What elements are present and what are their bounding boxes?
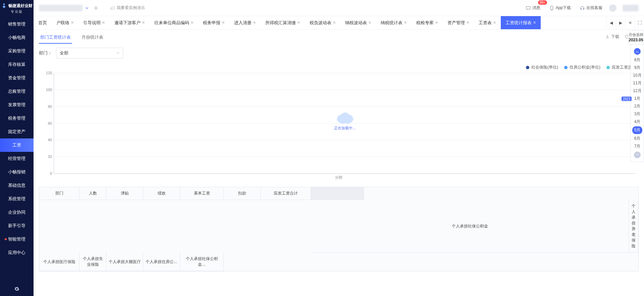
sidebar: 畅捷通好业财 专业版 销售管理小畅电商采购管理库存核算资金管理总账管理发票管理税…	[0, 0, 34, 296]
sidebar-item[interactable]: 税务管理	[0, 112, 34, 125]
tab-label: 邀请下游客户	[114, 20, 141, 26]
sidebar-item-label: 工资	[12, 142, 21, 148]
month-item[interactable]: 5月	[632, 126, 642, 134]
tab-close-icon[interactable]: ✕	[142, 20, 145, 25]
tab[interactable]: 工资统计报表✕	[501, 16, 541, 29]
loading-text: 正在加载中...	[334, 126, 356, 131]
month-item[interactable]: 10月	[631, 72, 644, 79]
org-chevron-down-icon[interactable]	[85, 6, 89, 10]
tab[interactable]: 工资表✕	[474, 16, 501, 29]
month-scroll-up[interactable]: ︽	[634, 48, 641, 55]
y-tick: 40	[41, 138, 52, 142]
tabs-prev-button[interactable]: ◀	[606, 16, 616, 30]
tab-close-icon[interactable]: ✕	[404, 20, 407, 25]
tab-close-icon[interactable]: ✕	[253, 20, 256, 25]
month-item[interactable]: 4月	[631, 118, 644, 126]
fullscreen-button[interactable]: ⛶	[635, 16, 644, 30]
sidebar-item[interactable]: 库存核算	[0, 58, 34, 71]
tabs-next-button[interactable]: ▶	[616, 16, 625, 30]
tab[interactable]: 纳税波动表✕	[340, 16, 376, 29]
app-download-label: App下载	[556, 5, 571, 11]
app-download-button[interactable]: App下载	[547, 4, 573, 12]
legend-swatch	[526, 66, 529, 69]
sidebar-item[interactable]: 资金管理	[0, 71, 34, 85]
tab-close-icon[interactable]: ✕	[191, 20, 194, 25]
messages-label: 消息	[532, 5, 540, 11]
tab-label: 户联络	[56, 20, 69, 26]
tab[interactable]: 进入清册✕	[229, 16, 261, 29]
tab[interactable]: 资产管理✕	[443, 16, 474, 29]
subtab[interactable]: 月份统计表	[80, 34, 105, 44]
settings-icon[interactable]	[14, 286, 19, 293]
online-support-button[interactable]: 在线客服	[578, 4, 604, 12]
org-name-placeholder[interactable]	[39, 5, 83, 11]
tab-label: 所得税汇算清缴	[265, 20, 296, 26]
tab-label: 资产管理	[447, 20, 465, 26]
month-item[interactable]: 2月	[631, 102, 644, 110]
month-item[interactable]: 1月2023	[631, 95, 644, 102]
sidebar-item[interactable]: 销售管理	[0, 17, 34, 31]
tab[interactable]: 引导说明✕	[78, 16, 110, 29]
tab-close-icon[interactable]: ✕	[533, 20, 536, 25]
sidebar-item[interactable]: 发票管理	[0, 98, 34, 112]
month-item[interactable]: 6月	[631, 135, 644, 142]
brand-block: 畅捷通好业财 专业版	[0, 0, 34, 15]
sidebar-item[interactable]: 小畅报销	[0, 165, 34, 179]
tab[interactable]: 往来单位商品编码✕	[150, 16, 198, 29]
table-scroll-gutter[interactable]	[311, 187, 364, 200]
tab-close-icon[interactable]: ✕	[493, 20, 496, 25]
tab-close-icon[interactable]: ✕	[222, 20, 225, 25]
sidebar-item[interactable]: 基础信息	[0, 179, 34, 192]
legend-item[interactable]: 社会保险(单位)	[526, 65, 558, 70]
month-item[interactable]: 11月	[631, 79, 644, 87]
sidebar-item-label: 小畅电商	[8, 35, 25, 41]
org-settings-icon[interactable]	[91, 4, 101, 12]
sidebar-item[interactable]: 小畅电商	[0, 31, 34, 44]
tab-close-icon[interactable]: ✕	[333, 20, 336, 25]
tab[interactable]: 纳税统计表✕	[376, 16, 412, 29]
sidebar-item-label: 税务管理	[8, 115, 25, 121]
sidebar-item[interactable]: 总账管理	[0, 85, 34, 98]
tab[interactable]: 税务申报✕	[198, 16, 229, 29]
sidebar-item[interactable]: 新手引导	[0, 219, 34, 232]
month-item[interactable]: 12月	[631, 87, 644, 95]
tab[interactable]: 税检专家✕	[412, 16, 443, 29]
username-placeholder[interactable]	[623, 5, 639, 11]
legend-swatch	[606, 66, 610, 69]
month-item[interactable]: 9月	[631, 64, 644, 72]
tab[interactable]: 户联络✕	[52, 16, 78, 29]
month-item[interactable]: 8月	[631, 56, 644, 64]
sidebar-item[interactable]: 经营管理	[0, 152, 34, 165]
sidebar-item[interactable]: 采购管理	[0, 44, 34, 58]
sidebar-item[interactable]: 应用中心	[0, 246, 34, 259]
tab-close-icon[interactable]: ✕	[71, 20, 74, 25]
tab[interactable]: 首页	[34, 16, 52, 29]
table-subheader: 个人承担失业保险	[79, 253, 106, 271]
tab[interactable]: 邀请下游客户✕	[110, 16, 150, 29]
sidebar-item[interactable]: 工资	[0, 138, 34, 152]
sidebar-item[interactable]: 系统管理	[0, 192, 34, 206]
tab-close-icon[interactable]: ✕	[368, 20, 371, 25]
tab-close-icon[interactable]: ✕	[466, 20, 469, 25]
dept-select[interactable]: 全部	[56, 48, 123, 58]
messages-button[interactable]: 消息 99+	[524, 4, 542, 12]
tab[interactable]: 所得税汇算清缴✕	[261, 16, 305, 29]
tab-close-icon[interactable]: ✕	[435, 20, 438, 25]
tab-close-icon[interactable]: ✕	[102, 20, 105, 25]
sidebar-item[interactable]: 智能管理	[0, 232, 34, 246]
avatar-icon[interactable]	[609, 4, 616, 12]
legend-item[interactable]: 住房公积金(单位)	[564, 65, 600, 70]
tab[interactable]: 税负波动表✕	[305, 16, 340, 29]
demo-link[interactable]: 我要看实例演示	[110, 5, 145, 11]
month-scroll-down[interactable]: ︾	[634, 152, 641, 158]
month-item[interactable]: 7月	[631, 142, 644, 150]
sidebar-item[interactable]: 企业协同	[0, 206, 34, 219]
tab-close-icon[interactable]: ✕	[297, 20, 300, 25]
legend-label: 住房公积金(单位)	[570, 65, 600, 70]
messages-badge: 99+	[538, 0, 547, 5]
download-button[interactable]: 下载	[605, 34, 619, 40]
sidebar-item[interactable]: 固定资产	[0, 125, 34, 138]
tabs-close-button[interactable]: ✕	[625, 16, 635, 30]
subtab[interactable]: 部门工资统计表	[39, 34, 72, 44]
month-item[interactable]: 3月	[631, 110, 644, 118]
